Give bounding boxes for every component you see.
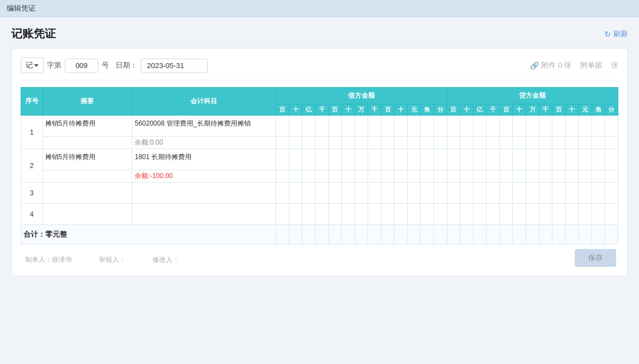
row-4-debit-9[interactable] [381,204,394,225]
row-3-credit-13[interactable] [605,183,618,204]
row-2-credit-11[interactable] [579,149,592,170]
row-4-debit-11[interactable] [407,204,421,225]
row-1-account[interactable]: 56020008 管理费用_长期待摊费用摊销 [132,116,276,137]
attach-link[interactable]: 🔗 附件 0 张 [530,60,571,70]
row-1-debit-12[interactable] [421,116,434,137]
row-1-credit-1[interactable] [447,116,460,137]
row-3-debit-2[interactable] [289,183,302,204]
number-input[interactable] [65,59,98,73]
row-3-debit-6[interactable] [342,183,355,204]
row-3-debit-7[interactable] [355,183,368,204]
row-3-credit-9[interactable] [552,183,566,204]
row-3-debit-5[interactable] [328,183,342,204]
row-4-debit-2[interactable] [289,204,302,225]
row-3-credit-4[interactable] [487,183,500,204]
row-4-debit-4[interactable] [315,204,328,225]
row-4-credit-6[interactable] [513,204,526,225]
row-2-account[interactable]: 1801 长期待摊费用 [132,149,276,170]
row-1-summary[interactable]: 摊销5月待摊费用 [42,116,132,137]
row-3-credit-7[interactable] [526,183,539,204]
row-2-credit-1[interactable] [447,149,460,170]
row-4-credit-10[interactable] [565,204,579,225]
row-2-credit-6[interactable] [513,149,526,170]
row-4-debit-6[interactable] [342,204,355,225]
save-button[interactable]: 保存 [575,249,616,267]
row-4-credit-4[interactable] [487,204,500,225]
row-3-credit-12[interactable] [592,183,605,204]
row-3-credit-10[interactable] [565,183,579,204]
row-1-debit-13[interactable] [434,116,447,137]
row-3-account[interactable] [132,183,276,204]
row-1-credit-6[interactable] [513,116,526,137]
row-1-credit-12[interactable] [592,116,605,137]
row-2-credit-7[interactable] [526,149,539,170]
voucher-link[interactable]: 附单据 [580,60,602,70]
row-3-credit-6[interactable] [513,183,526,204]
row-2-credit-9[interactable] [552,149,566,170]
row-2-debit-7[interactable] [355,149,368,170]
row-4-credit-2[interactable] [460,204,474,225]
row-3-debit-3[interactable] [302,183,316,204]
row-2-debit-1[interactable] [276,149,289,170]
row-1-credit-13[interactable] [605,116,618,137]
refresh-button[interactable]: ↻ 刷新 [604,29,628,39]
row-2-summary[interactable]: 摊销5月待摊费用 [42,149,132,170]
row-2-credit-13[interactable] [605,149,618,170]
row-2-debit-13[interactable] [434,149,447,170]
row-2-debit-4[interactable] [315,149,328,170]
date-input[interactable] [141,59,208,73]
row-1-debit-3[interactable] [302,116,316,137]
row-1-debit-7[interactable] [355,116,368,137]
row-2-credit-5[interactable] [499,149,513,170]
row-2-credit-4[interactable] [487,149,500,170]
row-4-debit-13[interactable] [434,204,447,225]
row-2-debit-8[interactable] [368,149,382,170]
row-2-debit-6[interactable] [342,149,355,170]
row-4-credit-13[interactable] [605,204,618,225]
row-4-debit-5[interactable] [328,204,342,225]
row-4-summary[interactable] [42,204,132,225]
row-1-credit-8[interactable] [539,116,552,137]
row-2-credit-3[interactable] [473,149,487,170]
row-3-debit-11[interactable] [407,183,421,204]
row-4-credit-3[interactable] [473,204,487,225]
row-3-debit-1[interactable] [276,183,289,204]
row-4-account[interactable] [132,204,276,225]
row-2-debit-11[interactable] [407,149,421,170]
row-1-credit-5[interactable] [499,116,513,137]
row-1-credit-4[interactable] [487,116,500,137]
row-1-debit-5[interactable] [328,116,342,137]
row-2-credit-10[interactable] [565,149,579,170]
row-1-credit-10[interactable] [565,116,579,137]
row-1-debit-2[interactable] [289,116,302,137]
row-4-debit-3[interactable] [302,204,316,225]
row-4-credit-7[interactable] [526,204,539,225]
row-2-debit-12[interactable] [421,149,434,170]
row-3-credit-8[interactable] [539,183,552,204]
row-4-credit-11[interactable] [579,204,592,225]
row-4-debit-10[interactable] [394,204,408,225]
row-3-debit-13[interactable] [434,183,447,204]
row-3-debit-12[interactable] [421,183,434,204]
row-2-credit-2[interactable] [460,149,474,170]
row-1-credit-7[interactable] [526,116,539,137]
row-4-credit-1[interactable] [447,204,460,225]
row-1-credit-3[interactable] [473,116,487,137]
row-4-credit-8[interactable] [539,204,552,225]
row-4-debit-1[interactable] [276,204,289,225]
row-1-debit-1[interactable] [276,116,289,137]
row-3-credit-11[interactable] [579,183,592,204]
row-3-credit-1[interactable] [447,183,460,204]
row-4-debit-7[interactable] [355,204,368,225]
row-1-debit-6[interactable] [342,116,355,137]
row-1-debit-11[interactable] [407,116,421,137]
row-3-summary[interactable] [42,183,132,204]
row-1-debit-9[interactable] [381,116,394,137]
row-3-credit-2[interactable] [460,183,474,204]
row-1-credit-9[interactable] [552,116,566,137]
row-3-credit-3[interactable] [473,183,487,204]
row-4-debit-12[interactable] [421,204,434,225]
row-2-debit-5[interactable] [328,149,342,170]
row-2-credit-12[interactable] [592,149,605,170]
type-dropdown[interactable]: 记 [21,58,44,73]
